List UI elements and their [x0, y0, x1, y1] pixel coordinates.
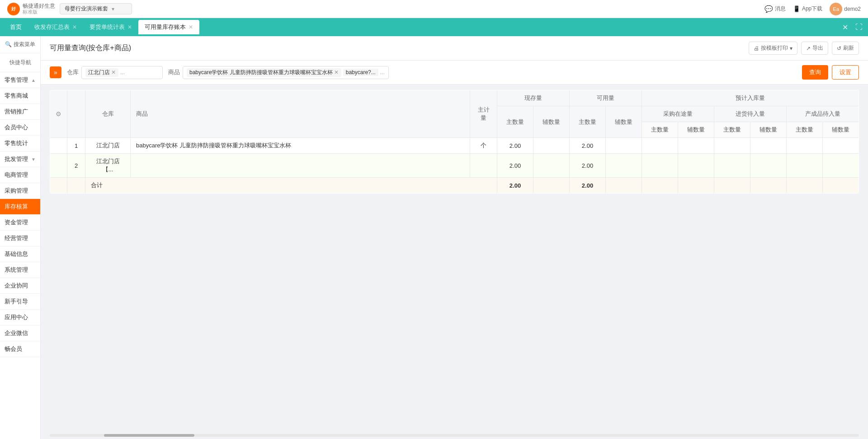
chevron-down-icon: ▼: [31, 157, 36, 162]
th-stock-aux: 辅数量: [533, 106, 570, 138]
filter-actions: 查询 设置: [802, 65, 859, 80]
sidebar-section-purchase: 采购管理: [0, 183, 40, 199]
top-bar-left: 好 畅捷通好生意 标准版 母婴行业演示账套 ▾: [7, 3, 132, 15]
data-table: ⚙ 仓库 商品 主计量 现存量: [50, 90, 859, 194]
sidebar-section-wecom: 企业微信: [0, 326, 40, 341]
td-product-1: babycare学饮杯 儿童防摔防撞吸管杯重力球吸嘴杯宝宝水杯: [131, 138, 470, 154]
sidebar-item-retail-stats[interactable]: 零售统计: [0, 136, 40, 151]
filter-expand-btn[interactable]: »: [50, 66, 61, 78]
th-purchase-transit-group: 采购在途量: [642, 106, 714, 122]
tab-order-stats-label: 要货单统计表: [90, 23, 125, 31]
th-incoming-group: 进货待入量: [714, 106, 787, 122]
sidebar-item-retail[interactable]: 零售管理 ▲: [0, 72, 40, 88]
th-stock-group: 现存量: [497, 90, 570, 106]
sidebar-item-enterprise[interactable]: 企业协同: [0, 278, 40, 293]
sidebar-item-ecom-label: 电商管理: [5, 171, 28, 179]
td-available-main-1: 2.00: [570, 138, 606, 154]
th-product-main: 主数量: [787, 122, 823, 138]
footer-scroll: [41, 432, 868, 439]
sidebar-item-inventory-label: 库存核算: [5, 203, 28, 211]
sidebar-item-marketing[interactable]: 营销推广: [0, 104, 40, 119]
sidebar-item-system[interactable]: 系统管理: [0, 262, 40, 278]
sidebar-item-enterprise-label: 企业协同: [5, 282, 28, 290]
th-purchase-main: 主数量: [642, 122, 678, 138]
td-summary-num: [67, 178, 85, 194]
phone-icon: 📱: [793, 5, 800, 12]
th-product-pending-group: 产成品待入量: [787, 106, 859, 122]
sidebar-item-wecom[interactable]: 企业微信: [0, 326, 40, 341]
setting-button[interactable]: 设置: [832, 65, 859, 80]
td-summary-stock-main: 2.00: [497, 178, 533, 194]
tab-available-stock[interactable]: 可用量库存账本 ✕: [138, 20, 199, 34]
product-input[interactable]: babycare学饮杯 儿童防摔防撞吸管杯重力球吸嘴杯宝宝水杯 ✕ babyca…: [183, 66, 389, 79]
scroll-track[interactable]: [50, 434, 859, 437]
settings-gear-icon[interactable]: ⚙: [56, 110, 61, 118]
message-icon: 💬: [764, 5, 773, 13]
sidebar-item-member[interactable]: 会员中心: [0, 120, 40, 135]
filter-bar: » 仓库 江北门店 ✕ ... 商品 babycare学饮杯 儿童防摔防撞吸管杯…: [41, 61, 868, 85]
dropdown-arrow-icon: ▾: [790, 45, 793, 52]
sidebar-quick-nav-item[interactable]: 快捷导航: [0, 56, 40, 69]
sidebar-item-wholesale[interactable]: 批发管理 ▼: [0, 151, 40, 167]
refresh-btn[interactable]: ↺ 刷新: [832, 42, 859, 55]
maximize-win-btn[interactable]: ⛶: [854, 23, 864, 32]
sidebar-item-wholesale-label: 批发管理: [5, 155, 28, 163]
export-btn[interactable]: ↗ 导出: [801, 42, 828, 55]
td-stock-aux-1: [533, 138, 570, 154]
tab-bar-right: ✕ ⛶: [840, 23, 864, 32]
tab-order-stats[interactable]: 要货单统计表 ✕: [83, 20, 138, 34]
product-tag-1: babycare学饮杯 儿童防摔防撞吸管杯重力球吸嘴杯宝宝水杯 ✕: [187, 68, 341, 77]
table-wrapper: ⚙ 仓库 商品 主计量 现存量: [41, 85, 868, 432]
sidebar-item-member2[interactable]: 畅会员: [0, 341, 40, 357]
search-icon: 🔍: [5, 41, 12, 47]
sidebar-item-marketing-label: 营销推广: [5, 108, 28, 116]
product-more[interactable]: ...: [380, 69, 385, 76]
sidebar-item-appcenter[interactable]: 应用中心: [0, 310, 40, 325]
sidebar-item-inventory[interactable]: 库存核算: [0, 199, 40, 214]
td-unit-1: 个: [470, 138, 497, 154]
sidebar-item-finance[interactable]: 资金管理: [0, 215, 40, 230]
th-unit: 主计量: [470, 90, 497, 138]
tab-receive-pay-close[interactable]: ✕: [72, 24, 77, 30]
table-row: 2 江北门店【... 2.00 2.00: [50, 154, 859, 178]
print-template-btn[interactable]: 🖨 按模板打印 ▾: [749, 42, 797, 55]
sidebar-item-retail-shop[interactable]: 零售商城: [0, 88, 40, 104]
warehouse-more[interactable]: ...: [120, 69, 125, 76]
query-button[interactable]: 查询: [802, 65, 828, 80]
tab-available-stock-close[interactable]: ✕: [189, 24, 193, 30]
tab-receive-pay-label: 收发存汇总表: [34, 23, 70, 31]
tab-receive-pay[interactable]: 收发存汇总表 ✕: [28, 20, 83, 34]
tab-order-stats-close[interactable]: ✕: [127, 24, 132, 30]
scroll-thumb[interactable]: [104, 434, 194, 437]
sidebar-item-newguide[interactable]: 新手引导: [0, 294, 40, 309]
sidebar-search[interactable]: 🔍 搜索菜单: [0, 36, 40, 53]
sidebar-item-ecom[interactable]: 电商管理: [0, 167, 40, 183]
sidebar-item-base[interactable]: 基础信息: [0, 246, 40, 262]
sidebar-item-business[interactable]: 经营管理: [0, 231, 40, 246]
warehouse-input[interactable]: 江北门店 ✕ ...: [81, 66, 163, 79]
user-area[interactable]: Ea demo2: [830, 3, 861, 15]
th-warehouse: 仓库: [85, 90, 131, 138]
th-settings: ⚙: [50, 90, 67, 138]
refresh-label: 刷新: [843, 44, 854, 52]
expand-icon: »: [54, 69, 57, 76]
dropdown-icon: ▾: [112, 6, 114, 12]
product-filter-group: 商品 babycare学饮杯 儿童防摔防撞吸管杯重力球吸嘴杯宝宝水杯 ✕ bab…: [168, 66, 389, 79]
sidebar-item-member-label: 会员中心: [5, 123, 28, 132]
product-tag-1-remove[interactable]: ✕: [334, 69, 339, 76]
sidebar-section-business: 经营管理: [0, 231, 40, 246]
app-download-btn[interactable]: 📱 App下载: [793, 5, 822, 13]
company-selector[interactable]: 母婴行业演示账套 ▾: [60, 3, 132, 14]
sidebar-item-purchase[interactable]: 采购管理: [0, 183, 40, 198]
sidebar-section-member: 会员中心: [0, 120, 40, 136]
sidebar-item-purchase-label: 采购管理: [5, 187, 28, 195]
warehouse-tag-remove[interactable]: ✕: [111, 69, 116, 76]
td-purchase-aux-1: [678, 138, 714, 154]
message-btn[interactable]: 💬 消息: [764, 5, 786, 13]
close-win-btn[interactable]: ✕: [840, 23, 850, 32]
sidebar-item-finance-label: 资金管理: [5, 218, 28, 227]
tab-home[interactable]: 首页: [4, 20, 28, 34]
table-row: 1 江北门店 babycare学饮杯 儿童防摔防撞吸管杯重力球吸嘴杯宝宝水杯 个…: [50, 138, 859, 154]
sidebar-section-retail-shop: 零售商城: [0, 88, 40, 104]
sidebar-item-base-label: 基础信息: [5, 250, 28, 258]
